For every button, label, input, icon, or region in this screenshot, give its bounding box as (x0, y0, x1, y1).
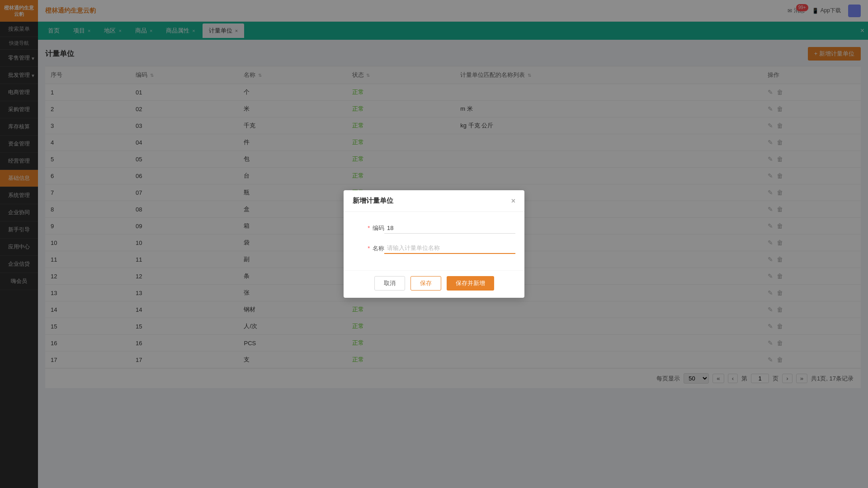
modal-save-new-button[interactable]: 保存并新增 (447, 276, 494, 291)
modal-header: 新增计量单位 × (344, 190, 524, 212)
modal-title: 新增计量单位 (353, 197, 393, 205)
form-name-label: * 名称 (353, 244, 384, 253)
modal-body: * 编码 * 名称 (344, 212, 524, 270)
required-star: * (368, 225, 370, 231)
form-row-name: * 名称 (353, 243, 515, 254)
required-star: * (368, 245, 370, 252)
form-name-label-text: 名称 (373, 245, 384, 252)
modal-save-button[interactable]: 保存 (410, 276, 441, 291)
form-code-label-text: 编码 (373, 225, 384, 231)
modal-footer: 取消 保存 保存并新增 (344, 270, 524, 298)
add-unit-modal: 新增计量单位 × * 编码 * 名称 取消 保存 保存并新增 (344, 190, 524, 298)
modal-close-btn[interactable]: × (511, 197, 515, 205)
form-code-label: * 编码 (353, 224, 384, 232)
form-code-input[interactable] (384, 223, 515, 234)
form-name-input[interactable] (384, 243, 515, 254)
modal-overlay[interactable]: 新增计量单位 × * 编码 * 名称 取消 保存 保存并新增 (0, 0, 868, 488)
modal-cancel-button[interactable]: 取消 (374, 276, 405, 291)
form-row-code: * 编码 (353, 223, 515, 234)
